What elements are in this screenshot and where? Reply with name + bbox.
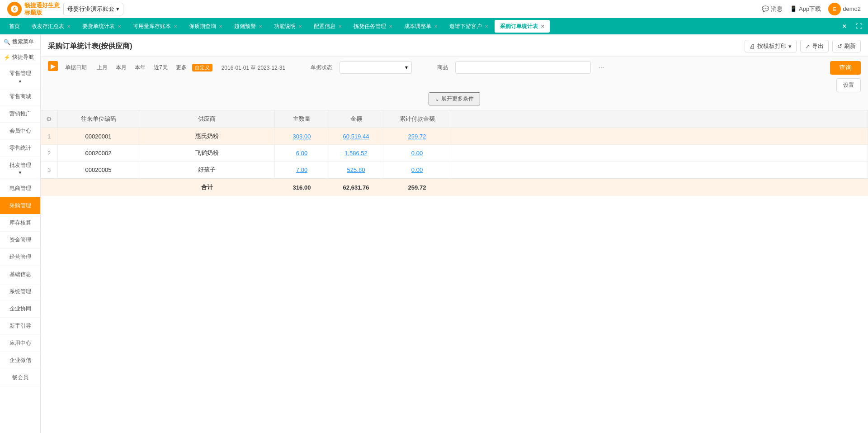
tab-chaochuyujing[interactable]: 超储预警 ✕ — [229, 20, 268, 33]
tab-yaohuo[interactable]: 要货单统计表 ✕ — [77, 20, 127, 33]
cell-code-1: 00020001 — [58, 128, 139, 145]
maximize-btn[interactable]: ⛶ — [854, 21, 864, 32]
close-tab-keyongliang[interactable]: ✕ — [174, 24, 177, 29]
sidebar-item-enterprise-wechat[interactable]: 企业微信 — [0, 352, 40, 369]
cell-qty-2[interactable]: 6.00 — [275, 145, 329, 162]
tab-keyongliang[interactable]: 可用量库存账本 ✕ — [127, 20, 183, 33]
export-btn[interactable]: ↗ 导出 — [800, 40, 829, 52]
print-icon: 🖨 — [750, 43, 755, 50]
sidebar-item-app-center[interactable]: 应用中心 — [0, 335, 40, 352]
svg-text:6: 6 — [13, 7, 16, 12]
top-bar: 6 畅捷通好生意 标题版 母婴行业演示账套 ▾ 💬 消息 📱 App下载 E d… — [0, 0, 868, 18]
cell-cumulative-3[interactable]: 0.00 — [383, 162, 451, 179]
expand-conditions-btn[interactable]: ⌄ 展开更多条件 — [429, 92, 480, 105]
sidebar-item-capital-mgmt[interactable]: 资金管理 — [0, 232, 40, 249]
sidebar: 🔍 搜索菜单 ⚡ 快捷导航 零售管理 ▲ 零售商城 营销推广 会员中心 零售统计… — [0, 34, 41, 433]
col-header-code: 往来单位编码 — [58, 110, 139, 128]
sidebar-search[interactable]: 🔍 搜索菜单 — [0, 34, 40, 50]
sidebar-item-retail-mgmt[interactable]: 零售管理 ▲ — [0, 65, 40, 88]
user-area[interactable]: E demo2 — [828, 3, 861, 15]
date-btn-this-year[interactable]: 本年 — [132, 63, 148, 72]
date-btn-more[interactable]: 更多 — [173, 63, 189, 72]
table-body: 1 00020001 惠氏奶粉 303.00 60,519.44 259.72 … — [41, 128, 868, 179]
workspace-selector[interactable]: 母婴行业演示账套 ▾ — [63, 3, 123, 15]
col-header-supplier: 供应商 — [139, 110, 275, 128]
tab-caigou[interactable]: 采购订单统计表 ✕ — [495, 20, 550, 33]
tab-home[interactable]: 首页 — [4, 20, 25, 33]
sidebar-item-basic-info[interactable]: 基础信息 — [0, 266, 40, 283]
sidebar-item-purchase-mgmt[interactable]: 采购管理 — [0, 197, 40, 214]
date-btn-7days[interactable]: 近7天 — [151, 63, 170, 72]
close-tab-peizhi[interactable]: ✕ — [338, 24, 342, 29]
sidebar-item-new-guide[interactable]: 新手引导 — [0, 318, 40, 335]
sidebar-item-retail-stats[interactable]: 零售统计 — [0, 140, 40, 157]
tab-peihuorenwu[interactable]: 拣货任务管理 ✕ — [348, 20, 398, 33]
close-tab-chaochuyujing[interactable]: ✕ — [259, 24, 262, 29]
filter-right: 查询 设置 — [830, 61, 861, 92]
table-footer: 合计 316.00 62,631.76 259.72 — [41, 178, 868, 196]
sidebar-item-system-mgmt[interactable]: 系统管理 — [0, 283, 40, 300]
close-tab-baozhi[interactable]: ✕ — [219, 24, 222, 29]
sidebar-item-member-center[interactable]: 会员中心 — [0, 123, 40, 140]
tab-chengben[interactable]: 成本调整单 ✕ — [399, 20, 443, 33]
close-all-tabs-btn[interactable]: ✕ — [839, 21, 850, 32]
cell-cumulative-1[interactable]: 259.72 — [383, 128, 451, 145]
goods-label: 商品 — [437, 64, 448, 71]
cell-cumulative-2[interactable]: 0.00 — [383, 145, 451, 162]
table-header-row: ⚙ 往来单位编码 供应商 主数量 金额 累计付款金额 — [41, 110, 868, 128]
toggle-filter-btn[interactable]: ▶ — [48, 61, 58, 71]
sidebar-item-ecommerce-mgmt[interactable]: 电商管理 — [0, 180, 40, 197]
tab-shoufaquan[interactable]: 收发存汇总表 ✕ — [26, 20, 76, 33]
cell-supplier-2: 飞鹤奶粉 — [139, 145, 275, 162]
cell-amount-3[interactable]: 525.80 — [329, 162, 383, 179]
tab-peizhi[interactable]: 配置信息 ✕ — [308, 20, 347, 33]
close-tab-yaohuo[interactable]: ✕ — [118, 24, 121, 29]
app-download-btn[interactable]: 📱 App下载 — [790, 5, 821, 13]
sidebar-item-marketing[interactable]: 营销推广 — [0, 105, 40, 123]
sidebar-item-ops-mgmt[interactable]: 经营管理 — [0, 249, 40, 266]
close-tab-gongnengshuo[interactable]: ✕ — [298, 24, 302, 29]
tab-yaoqing[interactable]: 邀请下游客户 ✕ — [444, 20, 494, 33]
col-header-settings[interactable]: ⚙ — [41, 110, 58, 128]
date-custom-tag: 自定义 — [192, 64, 212, 71]
cell-code-2: 00020002 — [58, 145, 139, 162]
more-options-icon[interactable]: ··· — [598, 63, 604, 71]
sidebar-item-retail-shop[interactable]: 零售商城 — [0, 88, 40, 105]
date-btn-this-month[interactable]: 本月 — [113, 63, 129, 72]
close-tab-yaoqing[interactable]: ✕ — [485, 24, 488, 29]
template-print-btn[interactable]: 🖨 按模板打印 ▾ — [745, 40, 797, 52]
sidebar-item-batch-mgmt[interactable]: 批发管理 ▼ — [0, 157, 40, 180]
tab-baozhi[interactable]: 保质期查询 ✕ — [184, 20, 228, 33]
close-tab-chengben[interactable]: ✕ — [434, 24, 438, 29]
page-header: 采购订单统计表(按供应商) 🖨 按模板打印 ▾ ↗ 导出 ↺ 刷新 — [41, 34, 868, 57]
logo-area: 6 畅捷通好生意 标题版 — [7, 2, 60, 16]
close-tab-caigou[interactable]: ✕ — [541, 24, 544, 29]
settings-btn[interactable]: 设置 — [836, 78, 861, 92]
export-icon: ↗ — [805, 43, 810, 50]
close-tab-shoufaquan[interactable]: ✕ — [67, 24, 71, 29]
cell-extra-1 — [451, 128, 868, 145]
footer-qty: 316.00 — [275, 178, 329, 196]
query-btn[interactable]: 查询 — [830, 61, 861, 75]
status-select[interactable]: ▾ — [340, 61, 412, 74]
cell-rownum-3: 3 — [41, 162, 58, 179]
sidebar-item-inventory-check[interactable]: 库存核算 — [0, 214, 40, 232]
footer-empty-1 — [41, 178, 58, 196]
messages-btn[interactable]: 💬 消息 — [762, 5, 783, 13]
filter-area: ▶ 单据日期 上月 本月 本年 近7天 更多 自定义 2016 — [41, 57, 868, 110]
logo-text: 畅捷通好生意 标题版 — [24, 2, 60, 16]
cell-qty-3[interactable]: 7.00 — [275, 162, 329, 179]
refresh-btn[interactable]: ↺ 刷新 — [832, 40, 861, 52]
close-tab-peihuorenwu[interactable]: ✕ — [389, 24, 392, 29]
tab-gongnengshuo[interactable]: 功能说明 ✕ — [269, 20, 307, 33]
date-btn-last-month[interactable]: 上月 — [94, 63, 110, 72]
gear-icon[interactable]: ⚙ — [46, 115, 52, 123]
sidebar-quick-nav[interactable]: ⚡ 快捷导航 — [0, 50, 40, 65]
sidebar-item-enterprise-coop[interactable]: 企业协同 — [0, 300, 40, 318]
sidebar-item-member[interactable]: 畅会员 — [0, 369, 40, 386]
cell-amount-2[interactable]: 1,586.52 — [329, 145, 383, 162]
cell-qty-1[interactable]: 303.00 — [275, 128, 329, 145]
cell-amount-1[interactable]: 60,519.44 — [329, 128, 383, 145]
col-header-qty: 主数量 — [275, 110, 329, 128]
goods-input[interactable] — [455, 61, 591, 74]
